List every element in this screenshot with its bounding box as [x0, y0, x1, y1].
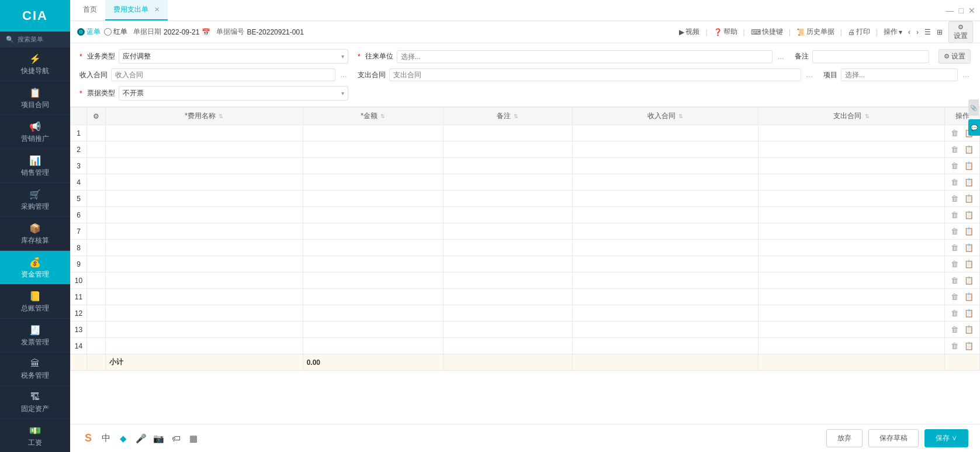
row-income-contract[interactable]	[572, 289, 759, 305]
copy-row-button[interactable]: 📋	[962, 178, 975, 187]
row-expense-contract[interactable]	[759, 272, 945, 289]
delete-row-button[interactable]: 🗑	[949, 129, 960, 137]
row-note[interactable]	[443, 338, 572, 354]
copy-row-button[interactable]: 📋	[962, 292, 975, 301]
next-btn[interactable]: ›	[916, 28, 919, 36]
row-amount[interactable]	[303, 142, 443, 158]
red-radio[interactable]: 红单	[104, 27, 127, 37]
footer-icon-camera[interactable]: 📷	[152, 432, 165, 445]
row-income-contract[interactable]	[572, 207, 759, 223]
delete-row-button[interactable]: 🗑	[949, 276, 960, 285]
row-expense-name[interactable]	[106, 272, 303, 289]
row-amount[interactable]	[303, 191, 443, 207]
row-note[interactable]	[443, 142, 572, 158]
row-expense-contract[interactable]	[759, 256, 945, 272]
row-expense-name[interactable]	[106, 142, 303, 158]
copy-row-button[interactable]: 📋	[962, 276, 975, 285]
sidebar-item-quick-nav[interactable]: ⚡ 快捷导航	[0, 47, 70, 81]
sidebar-item-fixed-assets[interactable]: 🏗 固定资产	[0, 386, 70, 419]
row-amount[interactable]	[303, 240, 443, 256]
row-income-contract[interactable]	[572, 142, 759, 158]
delete-row-button[interactable]: 🗑	[949, 243, 960, 252]
row-note[interactable]	[443, 125, 572, 142]
delete-row-button[interactable]: 🗑	[949, 292, 960, 301]
note-input[interactable]	[812, 50, 929, 63]
delete-row-button[interactable]: 🗑	[949, 194, 960, 203]
sidebar-item-inventory[interactable]: 📦 库存核算	[0, 217, 70, 251]
row-amount[interactable]	[303, 305, 443, 322]
copy-row-button[interactable]: 📋	[962, 145, 975, 154]
blue-radio-input[interactable]	[77, 28, 85, 36]
video-btn[interactable]: ▶ 视频	[679, 27, 699, 37]
delete-row-button[interactable]: 🗑	[949, 309, 960, 318]
col-amount[interactable]: *金额 ⇅	[303, 108, 443, 125]
row-expense-contract[interactable]	[759, 158, 945, 174]
right-float-tab-2[interactable]: 💬	[968, 119, 980, 136]
list-view-btn[interactable]: ☰	[924, 28, 931, 36]
sidebar-item-ledger[interactable]: 📒 总账管理	[0, 285, 70, 319]
form-setting-button[interactable]: ⚙ 设置	[939, 49, 971, 64]
row-amount[interactable]	[303, 338, 443, 354]
row-expense-name[interactable]	[106, 256, 303, 272]
right-float-tab-1[interactable]: 📎	[968, 99, 979, 116]
income-contract-dots[interactable]: …	[339, 71, 348, 79]
row-income-contract[interactable]	[572, 125, 759, 142]
copy-row-button[interactable]: 📋	[962, 194, 975, 203]
row-income-contract[interactable]	[572, 223, 759, 240]
col-expense-name[interactable]: *费用名称 ⇅	[106, 108, 303, 125]
row-note[interactable]	[443, 191, 572, 207]
row-expense-contract[interactable]	[759, 142, 945, 158]
row-income-contract[interactable]	[572, 322, 759, 338]
copy-row-button[interactable]: 📋	[962, 211, 975, 219]
row-amount[interactable]	[303, 272, 443, 289]
row-income-contract[interactable]	[572, 158, 759, 174]
row-note[interactable]	[443, 158, 572, 174]
row-note[interactable]	[443, 207, 572, 223]
row-note[interactable]	[443, 174, 572, 191]
tab-close-icon[interactable]: ✕	[154, 6, 160, 13]
invoice-type-select[interactable]: 不开票 ▾	[119, 86, 348, 101]
footer-icon-diamond[interactable]: ◆	[117, 432, 130, 445]
sidebar-item-invoice[interactable]: 🧾 发票管理	[0, 319, 70, 353]
footer-icon-zh[interactable]: 中	[99, 432, 112, 445]
expense-contract-input[interactable]	[389, 68, 801, 81]
copy-row-button[interactable]: 📋	[962, 227, 975, 236]
row-income-contract[interactable]	[572, 240, 759, 256]
row-amount[interactable]	[303, 207, 443, 223]
row-expense-contract[interactable]	[759, 305, 945, 322]
row-amount[interactable]	[303, 125, 443, 142]
help-btn[interactable]: ❓ 帮助	[714, 27, 737, 37]
prev-btn[interactable]: ‹	[908, 28, 910, 36]
counterpart-input[interactable]	[397, 50, 773, 63]
delete-row-button[interactable]: 🗑	[949, 325, 960, 334]
footer-icon-mic[interactable]: 🎤	[134, 432, 147, 445]
copy-row-button[interactable]: 📋	[962, 325, 975, 334]
row-expense-name[interactable]	[106, 207, 303, 223]
row-income-contract[interactable]	[572, 256, 759, 272]
window-close-icon[interactable]: ✕	[968, 6, 975, 15]
row-income-contract[interactable]	[572, 272, 759, 289]
row-expense-contract[interactable]	[759, 223, 945, 240]
calendar-icon[interactable]: 📅	[202, 28, 210, 36]
sidebar-item-payroll[interactable]: 💵 工资	[0, 419, 70, 452]
row-expense-name[interactable]	[106, 174, 303, 191]
row-expense-name[interactable]	[106, 338, 303, 354]
row-note[interactable]	[443, 305, 572, 322]
col-gear[interactable]: ⚙	[87, 108, 106, 125]
row-note[interactable]	[443, 256, 572, 272]
delete-row-button[interactable]: 🗑	[949, 260, 960, 268]
footer-icon-tag[interactable]: 🏷	[169, 432, 182, 445]
save-button[interactable]: 保存 ∨	[924, 429, 968, 447]
row-note[interactable]	[443, 289, 572, 305]
delete-row-button[interactable]: 🗑	[949, 178, 960, 187]
copy-row-button[interactable]: 📋	[962, 341, 975, 350]
biz-type-select[interactable]: 应付调整 ▾	[119, 49, 348, 64]
income-contract-input[interactable]	[111, 68, 335, 81]
row-expense-name[interactable]	[106, 191, 303, 207]
sidebar-search[interactable]: 🔍 搜索菜单	[0, 32, 70, 47]
footer-icon-grid[interactable]: ▦	[187, 432, 200, 445]
row-expense-contract[interactable]	[759, 125, 945, 142]
row-expense-contract[interactable]	[759, 289, 945, 305]
row-expense-name[interactable]	[106, 289, 303, 305]
delete-row-button[interactable]: 🗑	[949, 341, 960, 350]
